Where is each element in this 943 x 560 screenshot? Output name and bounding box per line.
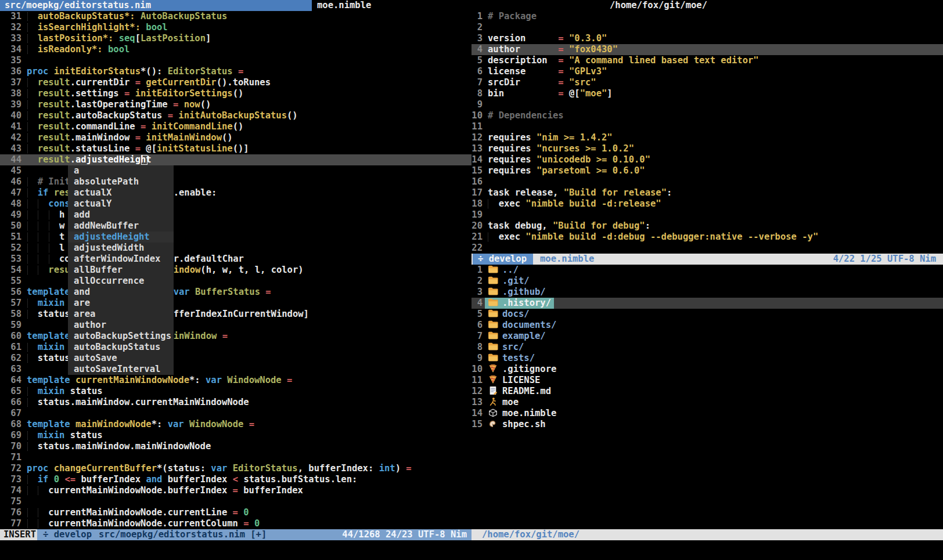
code-line[interactable]: 10# Dependencies [472, 110, 943, 121]
tab-moe-nimble[interactable]: moe.nimble [317, 0, 371, 11]
code-line[interactable]: 64template currentMainWindowNode*: var W… [0, 375, 472, 386]
filer-selected-item[interactable]: .history/ [485, 298, 554, 309]
autocomplete-item[interactable]: absolutePath [68, 176, 174, 187]
code-line[interactable]: 36proc initEditorStatus*(): EditorStatus… [0, 66, 472, 77]
autocomplete-item[interactable]: afterWindowIndex [68, 254, 174, 265]
code-line[interactable]: 68template mainWindowNode*: var WindowNo… [0, 419, 472, 430]
code-line[interactable]: 1# Package [472, 11, 943, 22]
filer-item[interactable]: example/ [488, 331, 546, 342]
filer-entry[interactable]: 3.github/ [472, 287, 943, 298]
autocomplete-item[interactable]: a [68, 165, 174, 176]
filer-item[interactable]: src/ [488, 342, 524, 353]
filer-item[interactable]: ../ [488, 265, 519, 276]
code-line[interactable]: 40 result.autoBackupStatus = initAutoBac… [0, 110, 472, 121]
filer-entry[interactable]: 15shpec.sh [472, 419, 943, 430]
code-line[interactable]: 75 [0, 496, 472, 507]
code-line[interactable]: 33 lastPosition*: seq[LastPosition] [0, 33, 472, 44]
filer-entry[interactable]: 9tests/ [472, 353, 943, 364]
code-line[interactable]: 4author = "fox0430" [472, 44, 943, 55]
filer-entry[interactable]: 7example/ [472, 331, 943, 342]
filer-entry[interactable]: 8src/ [472, 342, 943, 353]
filer-entry[interactable]: 4.history/ [472, 298, 943, 309]
code-line[interactable]: 74 currentMainWindowNode.bufferIndex = b… [0, 485, 472, 496]
autocomplete-item[interactable]: author [68, 320, 174, 331]
autocomplete-item[interactable]: autoSaveInterval [68, 364, 174, 375]
autocomplete-item[interactable]: autoBackupStatus [68, 342, 174, 353]
code-line[interactable]: 11 [472, 121, 943, 132]
filer-entry[interactable]: 5docs/ [472, 309, 943, 320]
filer-item[interactable]: .git/ [488, 276, 530, 287]
code-line[interactable]: 14requires "unicodedb >= 0.10.0" [472, 154, 943, 165]
code-line[interactable]: 8bin = @["moe"] [472, 88, 943, 99]
code-line[interactable]: 66 status.mainWindow.currentMainWindowNo… [0, 397, 472, 408]
code-line[interactable]: 72proc changeCurrentBuffer*(status: var … [0, 463, 472, 474]
code-line[interactable]: 17task release, "Build for release": [472, 187, 943, 198]
autocomplete-item[interactable]: actualX [68, 187, 174, 198]
filer-item[interactable]: moe.nimble [488, 408, 556, 419]
code-pane-moe-nimble[interactable]: 1# Package23version = "0.3.0"4author = "… [472, 11, 943, 254]
filer-item[interactable]: .gitignore [488, 364, 556, 375]
autocomplete-item[interactable]: addNewBuffer [68, 221, 174, 232]
filer-entry[interactable]: 14moe.nimble [472, 408, 943, 419]
filer-entry[interactable]: 2.git/ [472, 276, 943, 287]
autocomplete-item[interactable]: allOccurrence [68, 276, 174, 287]
filer-item[interactable]: tests/ [488, 353, 535, 364]
code-line[interactable]: 42 result.mainWindow = initMainWindow() [0, 132, 472, 143]
code-line[interactable]: 38 result.settings = initEditorSettings(… [0, 88, 472, 99]
code-line[interactable]: 44 result.adjustedHeight [0, 154, 472, 165]
filer-item[interactable]: docs/ [488, 309, 530, 320]
filer-entry[interactable]: 13moe [472, 397, 943, 408]
code-line[interactable]: 12requires "nim >= 1.4.2" [472, 132, 943, 143]
code-line[interactable]: 16 [472, 176, 943, 187]
code-line[interactable]: 67 [0, 408, 472, 419]
autocomplete-item[interactable]: area [68, 309, 174, 320]
code-line[interactable]: 20task debug, "Build for debug": [472, 221, 943, 232]
code-line[interactable]: 77 currentMainWindowNode.currentColumn =… [0, 518, 472, 529]
code-line[interactable]: 32 isSearchHighlight*: bool [0, 22, 472, 33]
filer-item[interactable]: README.md [488, 386, 551, 397]
code-line[interactable]: 2 [472, 22, 943, 33]
autocomplete-item[interactable]: actualY [68, 198, 174, 209]
code-line[interactable]: 15requires "parsetoml >= 0.6.0" [472, 165, 943, 176]
filer-entry[interactable]: 6documents/ [472, 320, 943, 331]
autocomplete-item[interactable]: autoSave [68, 353, 174, 364]
filer-entry[interactable]: 1../ [472, 265, 943, 276]
code-line[interactable]: 18 exec "nimble build -d:release" [472, 198, 943, 209]
filer-entry[interactable]: 12README.md [472, 386, 943, 397]
code-line[interactable]: 41 result.commandLine = initCommandLine(… [0, 121, 472, 132]
autocomplete-popup[interactable]: aabsolutePathactualXactualYaddaddNewBuff… [68, 165, 174, 375]
code-line[interactable]: 19 [472, 209, 943, 221]
code-line[interactable]: 73 if 0 <= bufferIndex and bufferIndex <… [0, 474, 472, 485]
code-line[interactable]: 3version = "0.3.0" [472, 33, 943, 44]
filer-item[interactable]: LICENSE [488, 375, 540, 386]
code-line[interactable]: 31 autoBackupStatus*: AutoBackupStatus [0, 11, 472, 22]
code-line[interactable]: 69 mixin status [0, 430, 472, 441]
autocomplete-item[interactable]: adjustedWidth [68, 243, 174, 254]
code-line[interactable]: 76 currentMainWindowNode.currentLine = 0 [0, 507, 472, 518]
autocomplete-item[interactable]: are [68, 298, 174, 309]
code-line[interactable]: 65 mixin status [0, 386, 472, 397]
tab-editorstatus-nim[interactable]: src/moepkg/editorstatus.nim [0, 0, 312, 11]
file-browser[interactable]: 1../2.git/3.github/4.history/5docs/6docu… [472, 265, 943, 430]
code-line[interactable]: 6license = "GPLv3" [472, 66, 943, 77]
code-line[interactable]: 34 isReadonly*: bool [0, 44, 472, 55]
code-line[interactable]: 13requires "ncurses >= 1.0.2" [472, 143, 943, 154]
code-line[interactable]: 35 [0, 55, 472, 66]
code-line[interactable]: 5description = "A command lined based te… [472, 55, 943, 66]
autocomplete-item[interactable]: autoBackupSettings [68, 331, 174, 342]
filer-entry[interactable]: 10.gitignore [472, 364, 943, 375]
code-line[interactable]: 7srcDir = "src" [472, 77, 943, 88]
filer-item[interactable]: moe [488, 397, 519, 408]
autocomplete-item[interactable]: and [68, 287, 174, 298]
code-line[interactable]: 70 status.mainWindow.mainWindowNode [0, 441, 472, 452]
code-line[interactable]: 37 result.currentDir = getCurrentDir().t… [0, 77, 472, 88]
code-line[interactable]: 21 exec "nimble build -d:debug --debugge… [472, 232, 943, 243]
filer-entry[interactable]: 11LICENSE [472, 375, 943, 386]
code-line[interactable]: 43 result.statusLine = @[initStatusLine(… [0, 143, 472, 154]
code-line[interactable]: 22 [472, 243, 943, 254]
autocomplete-item[interactable]: allBuffer [68, 265, 174, 276]
filer-item[interactable]: .github/ [488, 287, 546, 298]
code-line[interactable]: 9 [472, 99, 943, 110]
filer-item[interactable]: shpec.sh [488, 419, 546, 430]
code-line[interactable]: 71 [0, 452, 472, 463]
